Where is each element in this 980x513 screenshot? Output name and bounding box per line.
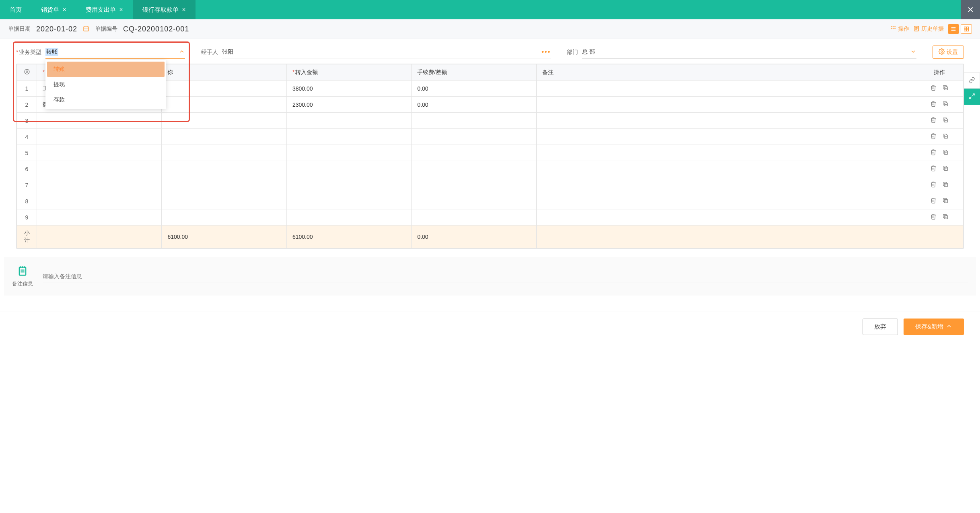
cell-remark[interactable] [536,129,915,145]
cell-in-amount[interactable]: 2300.00 [286,97,411,113]
settings-button[interactable]: 设置 [933,46,964,59]
cell-out-account[interactable] [37,177,162,193]
cell-out-account[interactable] [37,193,162,209]
dropdown-option-deposit[interactable]: 存款 [47,92,165,108]
cell-remark[interactable] [536,97,915,113]
cell-out-account[interactable] [37,161,162,177]
cell-remark[interactable] [536,113,915,129]
dept-value[interactable]: 总 部 [582,48,595,56]
cell-fee[interactable] [412,145,536,161]
cell-remark[interactable] [536,81,915,97]
cell-in-amount[interactable] [286,161,411,177]
delete-row-button[interactable] [930,181,937,189]
dropdown-option-transfer[interactable]: 转账 [47,62,165,77]
close-icon[interactable]: ✕ [119,7,123,12]
cell-out-amount[interactable] [162,81,286,97]
cell-in-amount[interactable] [286,129,411,145]
cell-out-amount[interactable] [162,145,286,161]
dropdown-option-withdraw[interactable]: 提现 [47,77,165,92]
cell-in-amount[interactable] [286,177,411,193]
handler-value[interactable]: 张阳 [222,48,233,56]
cell-out-amount[interactable] [162,177,286,193]
close-icon[interactable]: ✕ [182,7,186,12]
cell-in-amount[interactable] [286,209,411,225]
attachment-button[interactable] [964,72,980,89]
table-row[interactable]: 4 [17,129,964,145]
cell-out-amount[interactable] [162,97,286,113]
delete-row-button[interactable] [930,101,937,108]
tab-home[interactable]: 首页 [0,0,31,19]
copy-row-button[interactable] [942,149,949,157]
table-row[interactable]: 8 [17,193,964,209]
delete-row-button[interactable] [930,85,937,92]
copy-row-button[interactable] [942,165,949,173]
tab-bank-transfer[interactable]: 银行存取款单 ✕ [133,0,196,19]
cell-out-amount[interactable] [162,113,286,129]
delete-row-button[interactable] [930,165,937,173]
chevron-up-icon[interactable] [179,48,185,56]
copy-row-button[interactable] [942,133,949,141]
cell-remark[interactable] [536,145,915,161]
cancel-button[interactable]: 放弃 [863,319,898,335]
cell-fee[interactable]: 0.00 [412,81,536,97]
remark-input[interactable] [43,273,968,279]
delete-row-button[interactable] [930,117,937,124]
biz-type-value[interactable]: 转账 [45,48,58,56]
svg-rect-51 [19,267,26,275]
table-row[interactable]: 3 [17,113,964,129]
close-icon[interactable]: ✕ [62,7,66,12]
delete-row-button[interactable] [930,197,937,205]
chevron-down-icon[interactable] [910,48,916,56]
cell-out-amount[interactable] [162,161,286,177]
table-row[interactable]: 5 [17,145,964,161]
biz-type-dropdown: 转账 提现 存款 [45,60,166,109]
cell-remark[interactable] [536,177,915,193]
tab-sales[interactable]: 销货单 ✕ [31,0,76,19]
cell-out-account[interactable] [37,145,162,161]
close-all-button[interactable]: ✕ [961,0,980,19]
cell-remark[interactable] [536,193,915,209]
delete-row-button[interactable] [930,213,937,221]
fullscreen-button[interactable] [964,89,980,105]
tab-expense[interactable]: 费用支出单 ✕ [76,0,133,19]
copy-row-button[interactable] [942,101,949,108]
cell-remark[interactable] [536,161,915,177]
cell-in-amount[interactable]: 3800.00 [286,81,411,97]
history-button[interactable]: 历史单据 [913,25,944,33]
cell-in-amount[interactable] [286,113,411,129]
copy-row-button[interactable] [942,181,949,189]
view-grid-button[interactable] [961,24,972,34]
cell-fee[interactable] [412,177,536,193]
cell-fee[interactable] [412,161,536,177]
cell-out-account[interactable] [37,113,162,129]
column-config-header[interactable] [17,64,37,81]
cell-fee[interactable] [412,113,536,129]
copy-row-button[interactable] [942,197,949,205]
cell-out-account[interactable] [37,209,162,225]
operations-button[interactable]: 操作 [890,25,909,33]
date-value[interactable]: 2020-01-02 [36,25,77,33]
delete-row-button[interactable] [930,149,937,157]
delete-row-button[interactable] [930,133,937,141]
cell-out-account[interactable] [37,129,162,145]
cell-out-amount[interactable] [162,129,286,145]
table-row[interactable]: 6 [17,161,964,177]
save-and-new-button[interactable]: 保存&新增 [904,319,964,335]
calendar-icon[interactable] [83,25,89,33]
cell-fee[interactable] [412,193,536,209]
copy-row-button[interactable] [942,117,949,124]
cell-out-amount[interactable] [162,209,286,225]
cell-fee[interactable] [412,209,536,225]
cell-out-amount[interactable] [162,193,286,209]
cell-in-amount[interactable] [286,193,411,209]
table-row[interactable]: 9 [17,209,964,225]
table-row[interactable]: 7 [17,177,964,193]
cell-fee[interactable] [412,129,536,145]
cell-in-amount[interactable] [286,145,411,161]
copy-row-button[interactable] [942,213,949,221]
cell-fee[interactable]: 0.00 [412,97,536,113]
copy-row-button[interactable] [942,85,949,92]
cell-remark[interactable] [536,209,915,225]
view-list-button[interactable] [948,24,959,34]
more-icon[interactable]: ••• [541,48,551,56]
